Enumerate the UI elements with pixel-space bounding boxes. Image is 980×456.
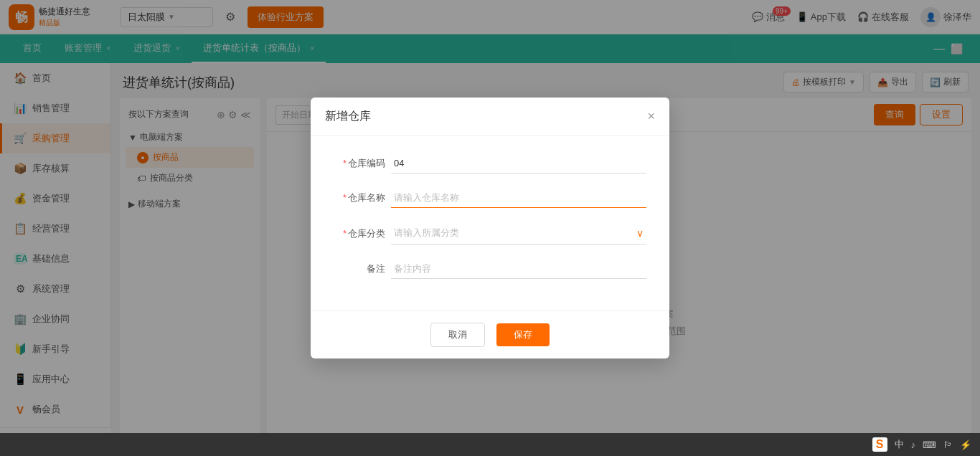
remark-input[interactable]: [391, 259, 646, 279]
modal-header: 新增仓库 ×: [311, 98, 669, 136]
bottom-keyboard-icon[interactable]: ⌨: [923, 440, 936, 450]
category-label: *仓库分类: [334, 227, 391, 240]
cancel-button[interactable]: 取消: [430, 323, 485, 347]
bottom-power-icon[interactable]: ⚡: [960, 440, 971, 450]
code-input[interactable]: [391, 153, 646, 174]
bottom-flag-icon[interactable]: 🏳: [943, 440, 953, 450]
category-label-text: 仓库分类: [348, 228, 385, 239]
form-row-code: *仓库编码: [334, 153, 646, 174]
remark-label-text: 备注: [367, 263, 385, 274]
form-row-remark: 备注: [334, 259, 646, 279]
name-required-star: *: [343, 192, 347, 203]
form-row-name: *仓库名称: [334, 188, 646, 208]
modal-footer: 取消 保存: [311, 310, 669, 358]
category-select[interactable]: 请输入所属分类 ∨: [391, 222, 646, 244]
name-label: *仓库名称: [334, 191, 391, 204]
bottom-brand-s: S: [872, 437, 887, 452]
remark-label: 备注: [334, 262, 391, 275]
bottom-bar: S 中 ♪ ⌨ 🏳 ⚡: [0, 433, 980, 456]
name-label-text: 仓库名称: [348, 192, 385, 203]
category-placeholder: 请输入所属分类: [394, 227, 636, 239]
add-warehouse-modal: 新增仓库 × *仓库编码 *仓库名称 *仓库分类: [311, 98, 669, 358]
save-button[interactable]: 保存: [496, 323, 550, 346]
modal-overlay: 新增仓库 × *仓库编码 *仓库名称 *仓库分类: [0, 0, 980, 456]
name-input[interactable]: [391, 188, 646, 208]
modal-body: *仓库编码 *仓库名称 *仓库分类 请输入所属分类 ∨: [311, 136, 669, 310]
form-row-category: *仓库分类 请输入所属分类 ∨: [334, 222, 646, 244]
category-required-star: *: [343, 228, 347, 239]
modal-close-btn[interactable]: ×: [647, 109, 655, 124]
bottom-zh-icon[interactable]: 中: [895, 438, 904, 451]
code-required-star: *: [343, 158, 347, 168]
modal-title: 新增仓库: [325, 109, 371, 124]
category-dropdown-arrow: ∨: [636, 227, 644, 239]
code-label: *仓库编码: [334, 157, 391, 170]
bottom-music-icon[interactable]: ♪: [911, 440, 916, 450]
code-label-text: 仓库编码: [348, 158, 385, 168]
